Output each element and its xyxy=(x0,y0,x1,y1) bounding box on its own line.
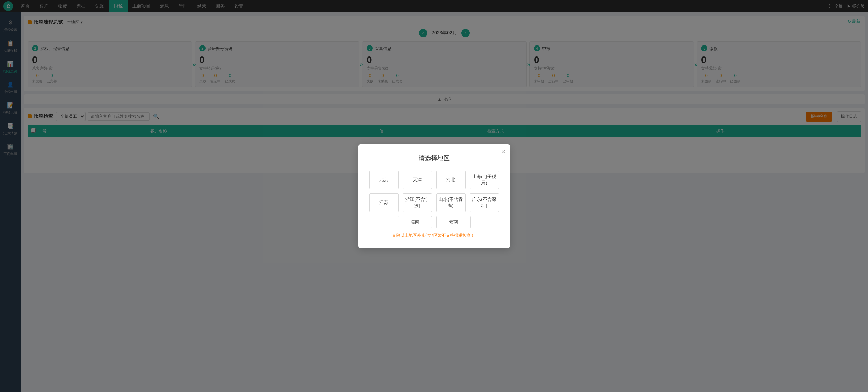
region-jiangsu[interactable]: 江苏 xyxy=(369,193,399,212)
modal-title: 请选择地区 xyxy=(369,154,499,162)
warning-icon: ℹ xyxy=(393,233,395,238)
region-row-1: 北京 天津 河北 上海(电子税局) xyxy=(369,171,499,189)
region-tianjin[interactable]: 天津 xyxy=(403,171,432,189)
region-hainan[interactable]: 海南 xyxy=(398,216,432,228)
modal-close-button[interactable]: × xyxy=(501,148,505,155)
region-shandong[interactable]: 山东(不含青岛) xyxy=(436,193,466,212)
region-row-2: 江苏 浙江(不含宁波) 山东(不含青岛) 广东(不含深圳) xyxy=(369,193,499,212)
region-yunnan[interactable]: 云南 xyxy=(436,216,471,228)
region-guangdong[interactable]: 广东(不含深圳) xyxy=(470,193,499,212)
region-row-3: 海南 云南 xyxy=(369,216,499,228)
region-shanghai[interactable]: 上海(电子税局) xyxy=(470,171,499,189)
region-hebei[interactable]: 河北 xyxy=(436,171,466,189)
region-beijing[interactable]: 北京 xyxy=(369,171,399,189)
modal-overlay[interactable]: × 请选择地区 北京 天津 河北 上海(电子税局) 江苏 浙江(不含宁波) 山东… xyxy=(0,0,868,392)
region-select-modal: × 请选择地区 北京 天津 河北 上海(电子税局) 江苏 浙江(不含宁波) 山东… xyxy=(358,144,510,248)
region-zhejiang[interactable]: 浙江(不含宁波) xyxy=(403,193,432,212)
modal-warning: ℹ 除以上地区外其他地区暂不支持报税检查！ xyxy=(369,233,499,238)
